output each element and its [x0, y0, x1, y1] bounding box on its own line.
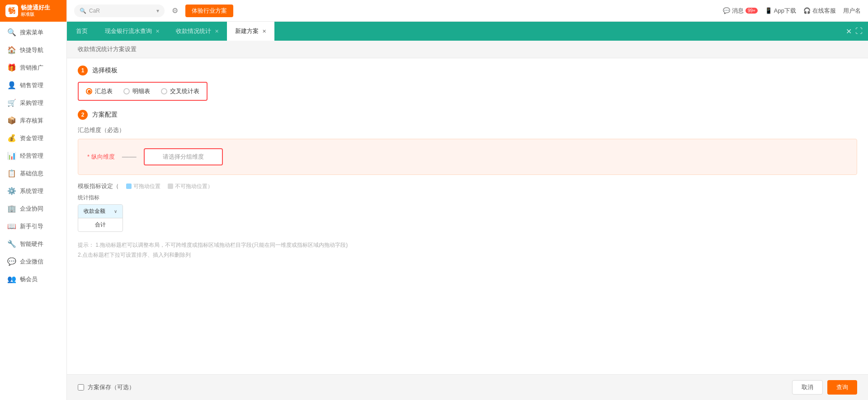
dimension-area: 纵向维度 —— 请选择分组维度 [78, 139, 857, 175]
search-bar-text: CaR [89, 8, 100, 14]
tag-blue-dot [126, 184, 132, 189]
sidebar-item-label: 智能硬件 [20, 240, 43, 248]
dimension-label: 汇总维度（必选） [78, 126, 857, 134]
step1-title: 选择模板 [92, 66, 118, 75]
step1-header: 1 选择模板 [78, 66, 857, 75]
step1-section: 1 选择模板 汇总表 明细表 交叉统计表 [78, 66, 857, 101]
sidebar-item-sales[interactable]: 👤 销售管理 [0, 76, 66, 94]
indicator-settings-label: 模板指标设定（ [78, 182, 119, 190]
radio-summary-label: 汇总表 [95, 87, 113, 95]
tab-collection-stats-label: 收款情况统计 [176, 27, 211, 35]
download-action[interactable]: 📱 App下载 [765, 7, 796, 15]
header-actions: 💬 消息 99+ 📱 App下载 🎧 在线客服 用户名 [723, 7, 861, 15]
tab-new-plan[interactable]: 新建方案 ✕ [227, 22, 274, 41]
page-breadcrumb: 收款情况统计方案设置 [67, 41, 868, 58]
step2-header: 2 方案配置 [78, 110, 857, 120]
radio-summary[interactable]: 汇总表 [86, 87, 113, 95]
sidebar-item-enterprise[interactable]: 🏢 企业协同 [0, 200, 66, 217]
sidebar-item-search-menu[interactable]: 🔍 搜索菜单 [0, 24, 66, 41]
step2-num: 2 [78, 110, 88, 120]
sidebar-item-finance[interactable]: 💰 资金管理 [0, 129, 66, 147]
radio-detail-label: 明细表 [132, 87, 150, 95]
sidebar-item-label: 新手引导 [20, 222, 43, 231]
industry-btn[interactable]: 体验行业方案 [185, 5, 233, 17]
step1-num: 1 [78, 66, 88, 75]
home-icon: 🏠 [7, 46, 16, 54]
chevron-down-icon: ∨ [114, 209, 117, 214]
vertical-dimension-label: 纵向维度 [87, 153, 115, 161]
maximize-icon[interactable]: ⛶ [855, 27, 863, 35]
form-container: 1 选择模板 汇总表 明细表 交叉统计表 [67, 58, 868, 374]
logo-sub: 标准版 [21, 11, 50, 18]
sidebar-item-label: 企业微信 [20, 258, 43, 266]
tab-bank-flow[interactable]: 现金银行流水查询 ✕ [97, 22, 168, 41]
radio-detail-circle [123, 88, 130, 94]
tips-section: 提示： 1.拖动标题栏可以调整布局，不可跨维度或指标区域拖动栏目字段(只能在同一… [78, 240, 857, 260]
sidebar-item-member[interactable]: 👥 畅会员 [0, 270, 66, 288]
stats-block-body: 合计 [78, 218, 123, 231]
book-icon: 📖 [7, 222, 16, 231]
radio-detail[interactable]: 明细表 [123, 87, 150, 95]
step2-title: 方案配置 [92, 111, 118, 119]
tab-collection-stats-close[interactable]: ✕ [215, 28, 219, 34]
sidebar-item-basic-info[interactable]: 📋 基础信息 [0, 165, 66, 182]
chevron-down-icon: ▾ [156, 8, 159, 14]
sidebar-item-guide[interactable]: 📖 新手引导 [0, 217, 66, 235]
clipboard-icon: 📋 [7, 169, 16, 178]
sidebar-nav: 🔍 搜索菜单 🏠 快捷导航 🎁 营销推广 👤 销售管理 🛒 采购管理 📦 库存核… [0, 22, 66, 400]
chat-icon: 💬 [7, 257, 16, 266]
wrench-icon: 🔧 [7, 240, 16, 248]
sidebar-item-system[interactable]: ⚙️ 系统管理 [0, 182, 66, 200]
cancel-button[interactable]: 取消 [792, 380, 823, 395]
sidebar-item-wechat[interactable]: 💬 企业微信 [0, 253, 66, 270]
tab-new-plan-label: 新建方案 [235, 27, 259, 35]
top-header: 🔍 CaR ▾ ⚙ 体验行业方案 💬 消息 99+ 📱 App下载 🎧 在线客服… [67, 0, 868, 22]
close-window-icon[interactable]: ✕ [846, 27, 852, 36]
search-menu-icon: 🔍 [7, 28, 16, 37]
sidebar-item-inventory[interactable]: 📦 库存核算 [0, 112, 66, 129]
radio-cross[interactable]: 交叉统计表 [161, 87, 199, 95]
indicator-settings: 模板指标设定（ 可拖动位置 不可拖动位置） 统计指标 [78, 182, 857, 233]
search-bar[interactable]: 🔍 CaR ▾ [74, 5, 165, 17]
tips-line1: 提示： 1.拖动标题栏可以调整布局，不可跨维度或指标区域拖动栏目字段(只能在同一… [78, 240, 857, 250]
tab-collection-stats[interactable]: 收款情况统计 ✕ [168, 22, 227, 41]
settings-icon[interactable]: ⚙ [172, 6, 178, 15]
indicator-label-row: 模板指标设定（ 可拖动位置 不可拖动位置） [78, 182, 857, 190]
tag-fixed-label: 不可拖动位置） [175, 183, 213, 190]
sidebar-item-label: 资金管理 [20, 134, 43, 142]
sidebar-item-quick-nav[interactable]: 🏠 快捷导航 [0, 41, 66, 59]
download-icon: 📱 [765, 7, 772, 14]
user-action[interactable]: 用户名 [843, 7, 861, 15]
sidebar-item-label: 采购管理 [20, 99, 43, 107]
download-label: App下载 [774, 7, 796, 15]
sidebar-item-label: 营销推广 [20, 64, 43, 72]
sidebar-item-label: 基础信息 [20, 169, 43, 178]
sidebar-item-hardware[interactable]: 🔧 智能硬件 [0, 235, 66, 253]
sidebar-item-marketing[interactable]: 🎁 营销推广 [0, 59, 66, 76]
tag-fixed: 不可拖动位置） [168, 183, 213, 190]
main-area: 🔍 CaR ▾ ⚙ 体验行业方案 💬 消息 99+ 📱 App下载 🎧 在线客服… [67, 0, 868, 400]
tab-bank-flow-close[interactable]: ✕ [156, 28, 160, 34]
tab-new-plan-close[interactable]: ✕ [262, 28, 266, 34]
logo-text: 畅捷通好生 [21, 4, 50, 11]
message-action[interactable]: 💬 消息 99+ [723, 7, 758, 15]
dimension-row: 纵向维度 —— 请选择分组维度 [87, 148, 848, 165]
sidebar-logo: 畅 畅捷通好生 标准版 [0, 0, 66, 22]
support-action[interactable]: 🎧 在线客服 [803, 7, 836, 15]
save-plan-checkbox[interactable] [78, 384, 84, 391]
content-area: 收款情况统计方案设置 1 选择模板 汇总表 明细表 [67, 41, 868, 400]
building-icon: 🏢 [7, 204, 16, 213]
sidebar-item-label: 库存核算 [20, 117, 43, 125]
box-icon: 📦 [7, 116, 16, 125]
search-bar-icon: 🔍 [80, 8, 86, 14]
sidebar-item-label: 销售管理 [20, 81, 43, 89]
dimension-select-box[interactable]: 请选择分组维度 [144, 148, 223, 165]
support-icon: 🎧 [803, 7, 811, 14]
stats-block-header[interactable]: 收款金额 ∨ [78, 205, 123, 218]
tab-home[interactable]: 首页 [67, 22, 97, 41]
sidebar-item-label: 企业协同 [20, 205, 43, 213]
sidebar-item-operations[interactable]: 📊 经营管理 [0, 147, 66, 165]
tab-bank-flow-label: 现金银行流水查询 [105, 27, 152, 35]
sidebar-item-purchase[interactable]: 🛒 采购管理 [0, 94, 66, 112]
query-button[interactable]: 查询 [827, 380, 857, 395]
